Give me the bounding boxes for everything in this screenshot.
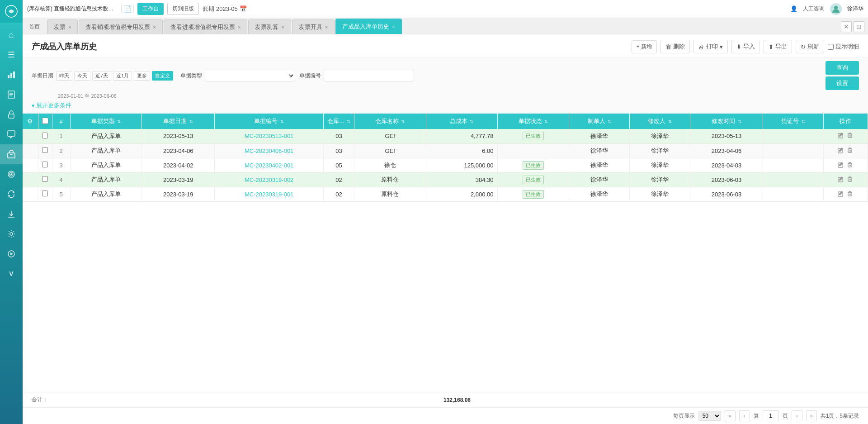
- username[interactable]: 徐泽华: [847, 5, 863, 13]
- voucher-col-header[interactable]: 凭证号 ⇅: [763, 114, 823, 129]
- status-col-header[interactable]: 单据状态 ⇅: [497, 114, 569, 129]
- number-col-header[interactable]: 单据编号 ⇅: [215, 114, 324, 129]
- delete-row-icon[interactable]: [847, 191, 853, 198]
- tab-product-history-close[interactable]: ×: [392, 24, 395, 29]
- switch-version-btn[interactable]: 切到旧版: [167, 3, 199, 15]
- sidebar-item-sync[interactable]: [0, 184, 23, 204]
- date-yesterday-btn[interactable]: 昨天: [56, 71, 72, 81]
- edit-icon[interactable]: [838, 176, 844, 184]
- row-number-link[interactable]: MC-20230402-001: [215, 158, 324, 172]
- tab-controls: ✕ ⊡: [841, 19, 868, 34]
- row-checkbox-cell[interactable]: [38, 172, 52, 187]
- row-number-link[interactable]: MC-20230406-001: [215, 143, 324, 158]
- query-btn[interactable]: 查询: [826, 61, 859, 75]
- page-number-input[interactable]: [763, 410, 779, 421]
- total-cost-col-header[interactable]: 总成本 ⇅: [426, 114, 497, 129]
- sidebar-item-version[interactable]: V: [0, 264, 23, 284]
- row-checkbox[interactable]: [42, 133, 48, 138]
- date-more-btn[interactable]: 更多: [134, 71, 150, 81]
- refresh-btn[interactable]: ↻ 刷新: [796, 40, 824, 53]
- sidebar-item-message[interactable]: [0, 124, 23, 144]
- row-checkbox-cell[interactable]: [38, 143, 52, 158]
- svg-rect-29: [848, 163, 852, 167]
- delete-btn[interactable]: 🗑 删除: [660, 40, 690, 53]
- warehouse-code-col-header[interactable]: 仓库... ⇅: [324, 114, 354, 129]
- show-detail-checkbox[interactable]: [828, 44, 834, 50]
- checkbox-col-header[interactable]: [38, 114, 52, 129]
- select-all-checkbox[interactable]: [42, 118, 48, 124]
- date-custom-btn[interactable]: 自定义: [152, 71, 173, 81]
- user-service[interactable]: 人工咨询: [803, 5, 825, 13]
- date-today-btn[interactable]: 今天: [74, 71, 90, 81]
- new-btn[interactable]: + 新增: [632, 40, 657, 53]
- sidebar-item-target[interactable]: [0, 164, 23, 184]
- set-btn[interactable]: 设置: [826, 76, 859, 90]
- row-number-link[interactable]: MC-20230319-001: [215, 187, 324, 201]
- date-1month-btn[interactable]: 近1月: [113, 71, 132, 81]
- sidebar-item-lock[interactable]: [0, 105, 23, 124]
- date-col-header[interactable]: 单据日期 ⇅: [142, 114, 215, 129]
- row-checkbox[interactable]: [42, 176, 48, 182]
- tab-sales-vat[interactable]: 查看销项增值税专用发票 ×: [79, 19, 162, 34]
- tab-invoice-close[interactable]: ×: [68, 24, 71, 30]
- export-btn[interactable]: ⬆ 导出: [764, 40, 792, 53]
- sidebar-item-play[interactable]: [0, 244, 23, 264]
- tab-invoice-issue-close[interactable]: ×: [325, 24, 328, 30]
- edit-icon[interactable]: [838, 191, 844, 198]
- row-checkbox-cell[interactable]: [38, 129, 52, 143]
- edit-icon[interactable]: [838, 147, 844, 155]
- delete-row-icon[interactable]: [847, 162, 853, 169]
- sidebar-item-menu[interactable]: ☰: [0, 45, 23, 65]
- next-page-btn[interactable]: ›: [792, 410, 802, 421]
- edit-icon[interactable]: [838, 162, 844, 169]
- row-checkbox[interactable]: [42, 162, 48, 167]
- modifier-col-header[interactable]: 修改人 ⇅: [630, 114, 690, 129]
- maximize-btn[interactable]: ⊡: [854, 21, 864, 32]
- tab-purchase-vat-close[interactable]: ×: [238, 24, 241, 30]
- type-col-header[interactable]: 单据类型 ⇅: [70, 114, 142, 129]
- row-number-link[interactable]: MC-20230513-001: [215, 129, 324, 143]
- sidebar-item-settings[interactable]: [0, 224, 23, 244]
- sidebar-item-download[interactable]: [0, 204, 23, 224]
- row-number-link[interactable]: MC-20230319-002: [215, 172, 324, 187]
- tab-home[interactable]: 首页: [23, 19, 46, 34]
- workbench-btn[interactable]: 工作台: [137, 3, 164, 15]
- tab-sales-vat-close[interactable]: ×: [153, 24, 156, 30]
- tab-invoice[interactable]: 发票 ×: [47, 19, 78, 34]
- print-btn[interactable]: 🖨 打印 ▾: [693, 40, 728, 53]
- modify-time-col-header[interactable]: 修改时间 ⇅: [690, 114, 763, 129]
- expand-filter-btn[interactable]: ▾ 展开更多条件: [32, 101, 859, 110]
- delete-row-icon[interactable]: [847, 176, 853, 184]
- row-checkbox-cell[interactable]: [38, 187, 52, 201]
- edit-icon[interactable]: [838, 132, 844, 140]
- tab-invoice-calc[interactable]: 发票测算 ×: [248, 19, 291, 34]
- last-page-btn[interactable]: »: [806, 410, 817, 421]
- per-page-select[interactable]: 50 100 200: [698, 411, 721, 421]
- tab-product-history[interactable]: 产成品入库单历史 ×: [335, 19, 401, 34]
- sidebar-item-chart[interactable]: [0, 65, 23, 85]
- tab-purchase-vat[interactable]: 查看进项增值税专用发票 ×: [164, 19, 247, 34]
- delete-row-icon[interactable]: [847, 132, 853, 140]
- settings-col-header[interactable]: ⚙: [23, 114, 38, 129]
- first-page-btn[interactable]: «: [725, 410, 736, 421]
- sidebar-item-doc[interactable]: [0, 85, 23, 105]
- tab-invoice-calc-close[interactable]: ×: [281, 24, 284, 30]
- number-filter-input[interactable]: [324, 70, 414, 81]
- import-btn[interactable]: ⬇ 导入: [731, 40, 760, 53]
- warehouse-name-col-header[interactable]: 仓库名称 ⇅: [354, 114, 426, 129]
- tab-invoice-issue[interactable]: 发票开具 ×: [292, 19, 335, 34]
- date-7days-btn[interactable]: 近7天: [92, 71, 111, 81]
- sidebar-item-inventory[interactable]: [0, 144, 23, 164]
- calendar-icon[interactable]: 📅: [240, 5, 247, 12]
- row-checkbox[interactable]: [42, 147, 48, 153]
- delete-row-icon[interactable]: [847, 147, 853, 155]
- row-checkbox-cell[interactable]: [38, 158, 52, 172]
- document-btn[interactable]: 📄: [121, 5, 134, 13]
- row-checkbox[interactable]: [42, 191, 48, 196]
- sidebar-item-home[interactable]: ⌂: [0, 25, 23, 45]
- table-settings-gear-icon[interactable]: ⚙: [27, 118, 33, 125]
- creator-col-header[interactable]: 制单人 ⇅: [569, 114, 630, 129]
- prev-page-btn[interactable]: ‹: [739, 410, 750, 421]
- close-all-tabs-btn[interactable]: ✕: [841, 21, 852, 32]
- type-filter-select[interactable]: [205, 70, 295, 81]
